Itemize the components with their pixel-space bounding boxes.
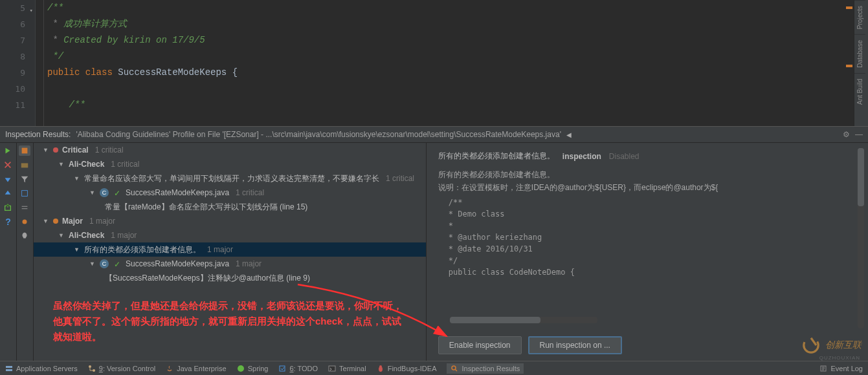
hide-icon[interactable]: — xyxy=(855,130,863,139)
tree-leaf[interactable]: 常量【rateMode】命名应全部大写并以下划线分隔 (line 15) xyxy=(34,200,426,214)
terminal-tab[interactable]: Terminal xyxy=(328,365,366,372)
chevron-down-icon[interactable]: ▼ xyxy=(43,218,50,224)
chevron-down-icon[interactable]: ▼ xyxy=(89,261,97,267)
code-comment: 成功率计算方式 xyxy=(63,19,127,29)
line-number: 8 xyxy=(20,52,25,61)
findbugs-tab[interactable]: FindBugs-IDEA xyxy=(377,365,437,372)
tree-label: Ali-Check xyxy=(69,160,104,169)
right-tool-tabs: Projects Database Ant Build xyxy=(854,0,868,126)
line-number: 11 xyxy=(15,100,25,110)
line-number: 10 xyxy=(15,84,25,94)
watermark-sub: QUZHOUXIAN xyxy=(819,355,860,361)
code-comment-star: * xyxy=(47,35,63,45)
tree-label: SuccessRateModeKeeps.java xyxy=(126,188,229,197)
todo-tab[interactable]: 6: TODO xyxy=(278,365,318,372)
inspection-results-bar: Inspection Results: 'Alibaba Coding Guid… xyxy=(0,126,868,143)
detail-line: 所有的类都必须添加创建者信息。 xyxy=(438,168,856,181)
fold-toggle-icon[interactable]: ▾ xyxy=(27,3,33,9)
group-by-severity-icon[interactable] xyxy=(19,145,30,156)
collapse-all-icon[interactable] xyxy=(19,217,30,227)
tree-node-rule[interactable]: ▼ 常量命名应该全部大写，单词间用下划线隔开，力求语义表达完整清楚，不要嫌名字长… xyxy=(34,171,426,186)
quick-fix-icon[interactable] xyxy=(19,231,30,241)
code-area[interactable]: /** * 成功率计算方式 * Created by kirin on 17/9… xyxy=(36,0,868,126)
code-line: /** xyxy=(449,197,856,208)
arrow-up-icon[interactable] xyxy=(2,188,14,198)
keyword-class: class xyxy=(85,67,118,78)
line-number: 7 xyxy=(20,36,25,45)
code-comment: /** xyxy=(47,3,63,13)
enable-inspection-button[interactable]: Enable inspection xyxy=(438,336,522,354)
run-inspection-button[interactable]: Run inspection on ... xyxy=(528,336,622,354)
disabled-label: Disabled xyxy=(609,152,640,161)
chevron-down-icon[interactable]: ▼ xyxy=(58,161,66,167)
tree-node-critical[interactable]: ▼ Critical 1 critical xyxy=(34,143,426,157)
chevron-down-icon[interactable]: ▼ xyxy=(74,175,82,182)
code-comment: */ xyxy=(47,51,63,61)
inspection-detail: 所有的类都必须添加创建者信息。 inspection Disabled 所有的类… xyxy=(426,143,868,361)
ant-build-tab[interactable]: Ant Build xyxy=(854,73,865,110)
code-line: * Demo class xyxy=(449,208,856,220)
filter-icon[interactable] xyxy=(19,174,30,184)
tree-count: 1 major xyxy=(207,245,233,254)
inspection-results-tab[interactable]: Inspection Results xyxy=(447,363,524,374)
event-log-tab[interactable]: Event Log xyxy=(819,365,863,372)
tree-leaf[interactable]: 【SuccessRateModeKeeps】注释缺少@author信息 (lin… xyxy=(34,271,426,285)
application-servers-tab[interactable]: Application Servers xyxy=(5,365,78,372)
tree-node-file[interactable]: ▼ C ✓ SuccessRateModeKeeps.java 1 critic… xyxy=(34,186,426,200)
todo-icon xyxy=(278,365,286,372)
hscrollbar[interactable] xyxy=(450,317,597,323)
detail-header: 所有的类都必须添加创建者信息。 inspection Disabled xyxy=(427,143,868,167)
detail-title: 所有的类都必须添加创建者信息。 xyxy=(438,151,555,162)
code-line: */ xyxy=(449,255,856,266)
spring-tab[interactable]: Spring xyxy=(237,365,269,372)
chevron-down-icon[interactable]: ▼ xyxy=(74,246,82,253)
database-tab[interactable]: Database xyxy=(854,34,865,73)
arrow-down-icon[interactable] xyxy=(2,174,14,184)
vscroll-thumb[interactable] xyxy=(858,148,864,206)
keyword-public: public xyxy=(47,67,85,78)
svg-rect-6 xyxy=(6,366,12,368)
group-by-directory-icon[interactable] xyxy=(19,160,30,170)
tree-node-file[interactable]: ▼ C ✓ SuccessRateModeKeeps.java 1 major xyxy=(34,257,426,271)
chevron-down-icon[interactable]: ▼ xyxy=(43,147,50,153)
version-control-tab[interactable]: 9: Version Control xyxy=(88,365,155,372)
status-bar: Application Servers 9: Version Control J… xyxy=(0,361,868,375)
svg-rect-12 xyxy=(329,366,335,371)
help-icon[interactable]: ? xyxy=(2,217,14,227)
projects-tab[interactable]: Projects xyxy=(854,0,865,34)
code-line: * xyxy=(449,220,856,231)
java-class-icon: C xyxy=(100,259,109,268)
tree-node-alicheck[interactable]: ▼ Ali-Check 1 major xyxy=(34,228,426,242)
svg-point-9 xyxy=(93,369,95,372)
inspection-results-label: Inspection Results: xyxy=(5,130,71,139)
detail-body: 所有的类都必须添加创建者信息。 说明：在设置模板时，注意IDEA的@author… xyxy=(427,167,868,279)
svg-rect-3 xyxy=(22,191,28,197)
collapse-arrow-icon[interactable]: ◀ xyxy=(566,131,572,138)
indent-guide xyxy=(43,0,44,126)
code-comment: Created by kirin on 17/9/5 xyxy=(63,35,205,45)
chevron-down-icon[interactable]: ▼ xyxy=(89,189,97,196)
java-enterprise-tab[interactable]: Java Enterprise xyxy=(166,365,226,372)
tree-node-major[interactable]: ▼ Major 1 major xyxy=(34,214,426,228)
chevron-down-icon[interactable]: ▼ xyxy=(58,232,66,239)
expand-all-icon[interactable] xyxy=(19,202,30,213)
gear-icon[interactable]: ⚙ xyxy=(843,130,850,139)
close-icon[interactable] xyxy=(2,160,14,170)
inspection-icon xyxy=(451,365,458,372)
tree-count: 1 major xyxy=(236,259,262,268)
warning-marker[interactable] xyxy=(846,6,852,9)
line-number: 6 xyxy=(20,19,25,29)
hscroll-thumb[interactable] xyxy=(450,317,540,323)
tree-count: 1 critical xyxy=(386,174,414,183)
inspection-results-path: 'Alibaba Coding Guidelines' Profile on F… xyxy=(76,130,561,139)
inspection-label: inspection xyxy=(562,152,601,161)
tree-node-alicheck[interactable]: ▼ Ali-Check 1 critical xyxy=(34,157,426,171)
inspection-tree[interactable]: ▼ Critical 1 critical ▼ Ali-Check 1 crit… xyxy=(34,143,426,361)
tree-node-rule-selected[interactable]: ▼ 所有的类都必须添加创建者信息。 1 major xyxy=(34,242,426,257)
warning-marker[interactable] xyxy=(846,65,852,67)
autoscroll-icon[interactable] xyxy=(19,188,30,198)
rerun-icon[interactable] xyxy=(2,145,14,156)
code-editor[interactable]: 5▾ 6 7 8 9 10 11 /** * 成功率计算方式 * Created… xyxy=(0,0,868,126)
export-icon[interactable] xyxy=(2,202,14,213)
vscrollbar[interactable] xyxy=(858,148,864,328)
